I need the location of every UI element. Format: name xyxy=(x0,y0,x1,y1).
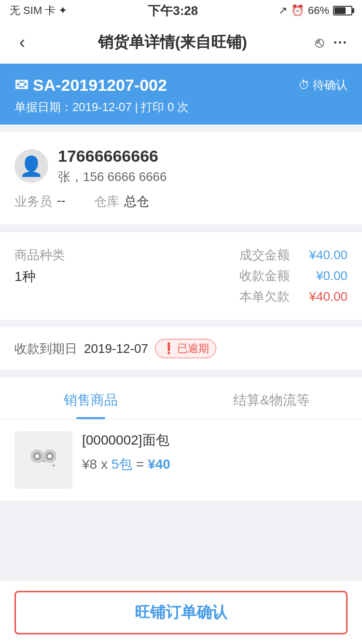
owed-amount-label: 本单欠款 xyxy=(239,288,290,305)
sim-indicator: 无 SIM 卡 ✦ xyxy=(10,3,67,18)
avatar: 👤 xyxy=(14,149,48,183)
warehouse-item: 仓库 总仓 xyxy=(94,193,149,210)
order-status: ⏱ 待确认 xyxy=(298,77,348,93)
share-button[interactable]: ⎋ xyxy=(315,34,324,51)
back-button[interactable]: ‹ xyxy=(14,28,30,57)
customer-info: 17666666666 张，156 6666 6666 xyxy=(58,147,348,185)
order-id: ✉ SA-20191207-002 xyxy=(14,75,167,95)
person-icon: 👤 xyxy=(19,155,43,178)
product-item: + [0000002]面包 ¥8 x 5包 = ¥40 xyxy=(0,420,362,501)
received-amount-row: 收款金额 ¥0.00 xyxy=(239,267,348,284)
tab-sales-goods[interactable]: 销售商品 xyxy=(0,378,181,419)
product-name: [0000002]面包 xyxy=(82,431,348,449)
product-thumbnail: + xyxy=(14,431,72,489)
goods-type: 商品种类 1种 xyxy=(14,247,65,286)
tabs-row: 销售商品 结算&物流等 xyxy=(0,378,362,420)
order-header: ✉ SA-20191207-002 ⏱ 待确认 单据日期：2019-12-07 … xyxy=(0,64,362,125)
due-date-value: 2019-12-07 xyxy=(84,341,148,356)
status-time: 下午3:28 xyxy=(148,2,198,19)
envelope-icon: ✉ xyxy=(14,75,28,95)
customer-section: 👤 17666666666 张，156 6666 6666 业务员 -- 仓库 … xyxy=(0,132,362,224)
goods-type-label: 商品种类 xyxy=(14,247,65,264)
product-info: [0000002]面包 ¥8 x 5包 = ¥40 xyxy=(82,431,348,474)
equals-text: = xyxy=(132,457,148,472)
status-left: 无 SIM 卡 ✦ xyxy=(10,3,67,18)
goods-type-value: 1种 xyxy=(14,267,65,286)
product-logo: + xyxy=(27,446,60,475)
transaction-amount-label: 成交金额 xyxy=(239,247,290,264)
confirm-button[interactable]: 旺铺订单确认 xyxy=(14,591,348,634)
clock-icon: ⏱ xyxy=(298,78,310,92)
battery-icon xyxy=(333,6,352,15)
bottom-bar: 旺铺订单确认 xyxy=(0,581,362,644)
product-qty: 5包 xyxy=(111,457,133,472)
warehouse-value: 总仓 xyxy=(124,193,149,210)
transaction-amount-value: ¥40.00 xyxy=(299,248,348,263)
customer-name: 张，156 6666 6666 xyxy=(58,168,348,185)
svg-point-5 xyxy=(48,454,52,458)
nav-actions: ⎋ ··· xyxy=(315,34,348,51)
location-icon: ↗ xyxy=(278,4,287,17)
warehouse-label: 仓库 xyxy=(94,193,119,210)
received-amount-value: ¥0.00 xyxy=(299,268,348,283)
due-date-label: 收款到期日 xyxy=(14,340,77,357)
status-right: ↗ ⏰ 66% xyxy=(278,4,352,17)
product-price: ¥8 x 5包 = ¥40 xyxy=(82,455,348,474)
battery-percent: 66% xyxy=(308,4,329,17)
received-amount-label: 收款金额 xyxy=(239,267,290,284)
customer-meta: 业务员 -- 仓库 总仓 xyxy=(14,193,348,210)
warning-icon: ❗ xyxy=(162,342,175,355)
nav-bar: ‹ 销货单详情(来自旺铺) ⎋ ··· xyxy=(0,21,362,64)
salesperson-value: -- xyxy=(57,193,65,210)
due-date-section: 收款到期日 2019-12-07 ❗ 已逾期 xyxy=(0,327,362,370)
overdue-badge: ❗ 已逾期 xyxy=(155,339,216,358)
amount-section: 商品种类 1种 成交金额 ¥40.00 收款金额 ¥0.00 本单欠款 ¥40.… xyxy=(0,232,362,320)
owed-amount-row: 本单欠款 ¥40.00 xyxy=(239,288,348,305)
tabs-section: 销售商品 结算&物流等 + xyxy=(0,378,362,501)
customer-phone: 17666666666 xyxy=(58,147,348,166)
amount-list: 成交金额 ¥40.00 收款金额 ¥0.00 本单欠款 ¥40.00 xyxy=(239,247,348,305)
more-button[interactable]: ··· xyxy=(334,35,348,50)
transaction-amount-row: 成交金额 ¥40.00 xyxy=(239,247,348,264)
alarm-icon: ⏰ xyxy=(291,4,304,17)
svg-text:+: + xyxy=(52,462,56,469)
owed-amount-value: ¥40.00 xyxy=(299,289,348,304)
svg-point-4 xyxy=(35,454,39,458)
status-bar: 无 SIM 卡 ✦ 下午3:28 ↗ ⏰ 66% xyxy=(0,0,362,21)
page-title: 销货单详情(来自旺铺) xyxy=(98,32,247,53)
salesperson-label: 业务员 xyxy=(14,193,52,210)
tab-settlement[interactable]: 结算&物流等 xyxy=(181,378,362,419)
product-total: ¥40 xyxy=(148,457,170,472)
price-text: ¥8 x xyxy=(82,457,111,472)
salesperson-item: 业务员 -- xyxy=(14,193,65,210)
order-date: 单据日期：2019-12-07 | 打印 0 次 xyxy=(14,99,348,115)
